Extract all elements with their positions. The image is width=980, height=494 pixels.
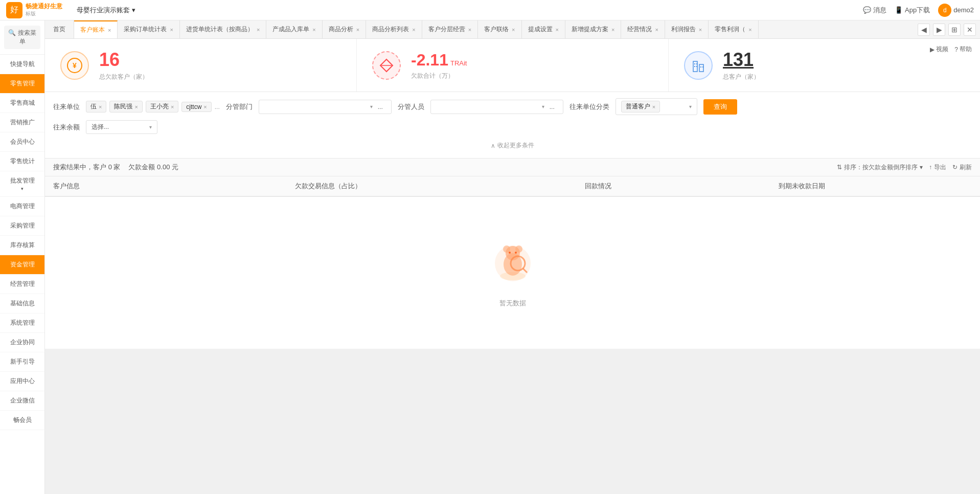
query-button[interactable]: 查询	[703, 99, 737, 115]
sidebar-item-enterprise[interactable]: 企业协同	[0, 333, 44, 352]
tab-close-icon[interactable]: ×	[312, 27, 315, 33]
sidebar-label-member-center: 会员中心	[10, 138, 35, 145]
sidebar-item-quick-nav[interactable]: 快捷导航	[0, 55, 44, 74]
tag-close-wang[interactable]: ×	[171, 104, 174, 110]
tab-close-icon[interactable]: ×	[468, 27, 471, 33]
tab-home[interactable]: 首页	[45, 20, 74, 39]
sidebar-item-wholesale-mgmt[interactable]: 批发管理 ▾	[0, 171, 44, 197]
tab-label-profit-report: 利润报告	[671, 25, 696, 34]
tab-add-commission[interactable]: 新增提成方案 ×	[565, 20, 621, 39]
tab-close-icon[interactable]: ×	[108, 27, 111, 33]
sidebar-item-vip[interactable]: 畅会员	[0, 411, 44, 430]
tab-label-analysis-list: 商品分析列表	[372, 25, 409, 34]
phone-icon: 📱	[895, 6, 903, 14]
person-filter-label: 分管人员	[398, 102, 424, 111]
filter-tag-chen: 陈民强 ×	[109, 101, 142, 113]
refresh-button[interactable]: ↻ 刷新	[952, 163, 972, 172]
tab-profit-report[interactable]: 利润报告 ×	[665, 20, 709, 39]
result-amount-value: 0.00	[157, 163, 170, 171]
person-more-btn[interactable]: ...	[546, 102, 558, 111]
tag-close-chen[interactable]: ×	[134, 104, 138, 110]
sidebar-item-basic-info[interactable]: 基础信息	[0, 294, 44, 313]
tab-customer-ledger[interactable]: 客户账本 ×	[74, 20, 118, 39]
category-tag-close[interactable]: ×	[652, 104, 655, 110]
sidebar-item-new-guide[interactable]: 新手引导	[0, 352, 44, 372]
sidebar-item-retail-mall[interactable]: 零售商城	[0, 94, 44, 113]
tab-close-icon[interactable]: ×	[699, 27, 702, 33]
sidebar-label-wechat: 企业微信	[10, 397, 35, 404]
tab-close-icon[interactable]: ×	[748, 27, 751, 33]
tab-label-product-instock: 产成品入库单	[272, 25, 309, 34]
tab-expand-btn[interactable]: ⊞	[948, 24, 961, 36]
search-icon: 🔍	[8, 29, 16, 36]
tab-close-icon[interactable]: ×	[512, 27, 515, 33]
tag-close-cjttcw[interactable]: ×	[203, 104, 207, 110]
svg-rect-6	[694, 63, 695, 64]
tag-text-wu: 伍	[90, 102, 97, 111]
sidebar-item-ecommerce[interactable]: 电商管理	[0, 197, 44, 216]
top-bar-left: 好 畅捷通好生意 标版 母婴行业演示账套 ▾	[6, 2, 135, 18]
tab-close-icon[interactable]: ×	[556, 27, 559, 33]
sidebar-item-inventory[interactable]: 库存核算	[0, 236, 44, 255]
tab-purchase-stats[interactable]: 进货单统计表（按商品） ×	[180, 20, 266, 39]
sidebar-item-app-center[interactable]: 应用中心	[0, 372, 44, 391]
search-menu-button[interactable]: 🔍 搜索菜单	[4, 26, 40, 49]
collapse-button[interactable]: ∧ 收起更多条件	[491, 139, 534, 152]
total-overdue-value: -2.11	[411, 51, 448, 70]
total-overdue-unit: TRAit	[450, 59, 467, 67]
tab-product-analysis-list[interactable]: 商品分析列表 ×	[366, 20, 422, 39]
sidebar-item-operations[interactable]: 经营管理	[0, 275, 44, 294]
tab-purchase-order[interactable]: 采购订单统计表 ×	[118, 20, 179, 39]
tab-product-analysis[interactable]: 商品分析 ×	[323, 20, 366, 39]
sidebar-item-marketing[interactable]: 营销推广	[0, 113, 44, 132]
tab-close-all-btn[interactable]: ✕	[964, 24, 976, 36]
sidebar-label-inventory: 库存核算	[10, 241, 35, 249]
tab-customer-tier[interactable]: 客户分层经营 ×	[422, 20, 478, 39]
tab-close-icon[interactable]: ×	[412, 27, 415, 33]
filter-tag-wu: 伍 ×	[86, 101, 106, 113]
user-menu[interactable]: d demo2	[938, 4, 974, 17]
chevron-up-icon: ∧	[491, 142, 495, 149]
message-btn[interactable]: 💬 消息	[863, 6, 886, 15]
tab-scroll-left-btn[interactable]: ◀	[918, 24, 930, 36]
sidebar-item-retail-mgmt[interactable]: 零售管理	[0, 74, 44, 94]
tab-close-icon[interactable]: ×	[257, 27, 260, 33]
sidebar-item-member-center[interactable]: 会员中心	[0, 132, 44, 152]
tab-customer-contact[interactable]: 客户联络 ×	[478, 20, 521, 39]
app-download-label: App下载	[905, 6, 930, 15]
help-link[interactable]: ? 帮助	[954, 45, 972, 54]
sidebar-label-basic-info: 基础信息	[10, 300, 35, 307]
sort-select[interactable]: ⇅ 排序：按欠款金额倒序排序 ▾	[837, 163, 923, 172]
tab-close-icon[interactable]: ×	[655, 27, 658, 33]
sidebar-item-capital-mgmt[interactable]: 资金管理	[0, 255, 44, 275]
tab-product-instock[interactable]: 产成品入库单 ×	[266, 20, 322, 39]
tab-retail-profit[interactable]: 零售利润（ ×	[709, 20, 758, 39]
tab-commission-setting[interactable]: 提成设置 ×	[522, 20, 565, 39]
tab-close-icon[interactable]: ×	[170, 27, 173, 33]
sidebar-label-vip: 畅会员	[13, 416, 32, 423]
sidebar-item-wechat[interactable]: 企业微信	[0, 391, 44, 411]
logo-sub: 标版	[26, 10, 62, 17]
tag-text-wang: 王小亮	[150, 102, 169, 111]
category-select[interactable]: 普通客户 × ▾	[616, 98, 697, 115]
sidebar-item-retail-stats[interactable]: 零售统计	[0, 152, 44, 171]
export-button[interactable]: ↑ 导出	[929, 163, 946, 172]
more-tags-btn[interactable]: ...	[215, 103, 220, 110]
video-link[interactable]: ▶ 视频	[930, 45, 948, 54]
person-arrow-icon: ▾	[542, 104, 544, 109]
dept-select[interactable]: ▾ ...	[259, 100, 392, 114]
tab-scroll-right-btn[interactable]: ▶	[933, 24, 945, 36]
person-select[interactable]: ▾ ...	[430, 100, 563, 114]
store-selector[interactable]: 母婴行业演示账套 ▾	[77, 6, 135, 15]
sidebar-item-system[interactable]: 系统管理	[0, 313, 44, 333]
dept-more-btn[interactable]: ...	[375, 102, 386, 111]
tab-close-icon[interactable]: ×	[356, 27, 359, 33]
svg-rect-9	[696, 66, 697, 67]
tab-close-icon[interactable]: ×	[611, 27, 614, 33]
tag-close-wu[interactable]: ×	[99, 104, 102, 110]
sidebar-item-purchase-mgmt[interactable]: 采购管理	[0, 216, 44, 236]
app-download-btn[interactable]: 📱 App下载	[895, 6, 930, 15]
balance-select[interactable]: 选择... ▾	[86, 120, 157, 134]
sort-arrow-icon: ▾	[920, 164, 923, 171]
tab-operations[interactable]: 经营情况 ×	[621, 20, 665, 39]
